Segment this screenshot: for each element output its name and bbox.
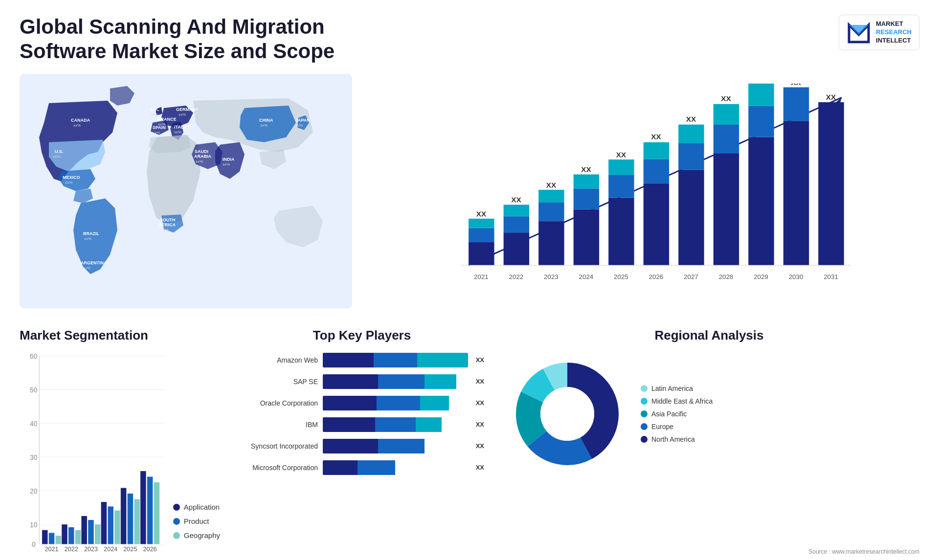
svg-rect-66	[783, 121, 809, 265]
svg-text:xx%: xx%	[53, 154, 60, 159]
player-row-sap: SAP SE XX	[240, 374, 484, 389]
logo-icon	[847, 20, 871, 44]
logo-area: MARKET RESEARCH INTELLECT	[839, 15, 919, 50]
svg-rect-102	[108, 506, 113, 544]
bar-chart-container: XX 2021 XX 2022 XX 2023 XX 2024	[362, 74, 919, 308]
segment-chart-svg: 60 50 40 30 20 10 0	[20, 350, 166, 553]
player-row-syncsort: Syncsort Incorporated XX	[240, 439, 484, 453]
player-bar-wrap-microsoft	[323, 460, 468, 475]
svg-text:XX: XX	[511, 195, 521, 204]
regional-label-europe: Europe	[651, 423, 673, 431]
player-value-amazon: XX	[476, 356, 484, 364]
regional-dot-northamerica	[641, 436, 648, 443]
svg-text:XX: XX	[791, 84, 801, 86]
svg-text:2023: 2023	[84, 546, 98, 552]
svg-rect-26	[504, 233, 529, 265]
svg-text:2023: 2023	[544, 273, 559, 280]
svg-rect-63	[748, 84, 774, 106]
legend-item-product: Product	[173, 517, 220, 525]
player-value-oracle: XX	[476, 399, 484, 407]
legend-label-geography: Geography	[184, 531, 220, 539]
svg-rect-32	[538, 202, 564, 221]
legend-item-application: Application	[173, 503, 220, 511]
svg-rect-58	[714, 104, 739, 125]
svg-marker-1	[849, 25, 869, 35]
player-value-syncsort: XX	[476, 442, 484, 450]
bar-seg3	[425, 374, 456, 389]
svg-text:xx%: xx%	[84, 237, 91, 241]
svg-rect-53	[678, 125, 704, 143]
map-label-italy: ITALY	[174, 125, 186, 129]
svg-text:2025: 2025	[123, 546, 137, 552]
player-bar-ibm	[323, 417, 468, 432]
map-label-uk: U.K.	[151, 107, 159, 112]
bar-seg2	[374, 353, 417, 367]
map-label-japan: JAPAN	[295, 118, 310, 123]
regional-legend-apac: Asia Pacific	[641, 410, 713, 418]
legend-dot-application	[173, 504, 180, 511]
svg-rect-41	[608, 197, 634, 265]
map-label-saudi: SAUDI	[195, 149, 208, 154]
svg-rect-95	[75, 530, 81, 544]
player-bar-syncsort	[323, 439, 468, 453]
segment-chart: 60 50 40 30 20 10 0	[20, 350, 166, 555]
regional-legend-mea: Middle East & Africa	[641, 397, 713, 405]
player-value-ibm: XX	[476, 421, 484, 428]
player-bar-sap	[323, 374, 468, 389]
svg-rect-42	[608, 175, 634, 198]
player-bar-microsoft	[323, 460, 468, 475]
svg-rect-99	[95, 524, 100, 544]
segment-container: Market Segmentation 60 50 40 30 20 10 0	[20, 323, 225, 538]
regional-label-northamerica: North America	[651, 435, 695, 443]
svg-rect-46	[644, 184, 669, 265]
bar-seg3	[420, 396, 449, 410]
svg-rect-103	[114, 510, 120, 544]
bar-seg3	[416, 417, 442, 432]
bar-seg1	[323, 460, 358, 475]
player-bar-wrap-amazon	[323, 353, 468, 367]
svg-text:10: 10	[30, 521, 38, 529]
bar-seg2	[358, 460, 395, 475]
map-label-france: FRANCE	[158, 117, 177, 122]
player-bar-amazon	[323, 353, 468, 367]
svg-text:2028: 2028	[719, 273, 734, 280]
map-label-brazil: BRAZIL	[83, 231, 99, 236]
map-label-mexico: MEXICO	[63, 175, 80, 180]
bar-seg1	[323, 417, 375, 432]
player-name-ibm: IBM	[240, 421, 318, 429]
svg-rect-101	[101, 502, 107, 544]
svg-text:XX: XX	[651, 132, 661, 141]
legend-label-product: Product	[184, 517, 209, 525]
svg-text:xx%: xx%	[179, 112, 186, 117]
svg-text:XX: XX	[686, 115, 696, 123]
regional-dot-europe	[641, 423, 648, 430]
players-container: Top Key Players Amazon Web XX SAP SE	[235, 323, 489, 538]
player-bar-wrap-syncsort	[323, 439, 468, 453]
page-title: Global Scanning And Migration Software M…	[20, 15, 362, 64]
svg-text:60: 60	[30, 353, 38, 360]
svg-text:xx%: xx%	[153, 130, 160, 135]
player-bar-wrap-ibm	[323, 417, 468, 432]
svg-point-118	[540, 387, 594, 441]
svg-text:xx%: xx%	[161, 228, 169, 232]
svg-rect-57	[714, 125, 739, 153]
regional-inner: Latin America Middle East & Africa Asia …	[504, 350, 915, 477]
svg-text:XX: XX	[581, 165, 591, 173]
map-label-spain: SPAIN	[153, 125, 166, 130]
header: Global Scanning And Migration Software M…	[20, 15, 919, 64]
map-value-canada: xx%	[73, 123, 81, 128]
svg-rect-47	[644, 159, 669, 184]
svg-rect-62	[748, 106, 774, 137]
svg-text:xx%: xx%	[151, 112, 158, 117]
segment-title: Market Segmentation	[20, 328, 220, 343]
svg-text:XX: XX	[546, 180, 557, 189]
bar-seg1	[323, 396, 377, 410]
logo-box: MARKET RESEARCH INTELLECT	[839, 15, 919, 50]
player-row-oracle: Oracle Corporation XX	[240, 396, 484, 410]
svg-rect-43	[608, 159, 634, 174]
bar-seg2	[375, 417, 416, 432]
svg-text:xx%: xx%	[196, 159, 203, 164]
player-name-sap: SAP SE	[240, 378, 318, 386]
map-container: CANADA xx% U.S. xx% MEXICO xx% BRAZIL xx…	[20, 74, 352, 308]
player-value-sap: XX	[476, 378, 484, 385]
